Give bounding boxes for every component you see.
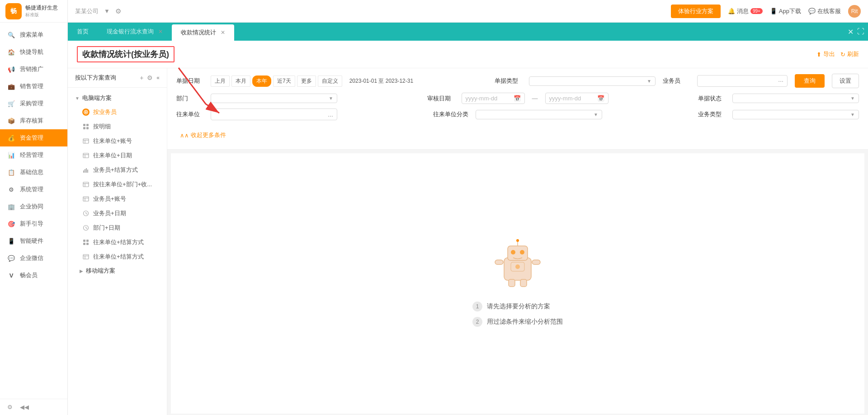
scheme-item-by-salesperson[interactable]: 按业务员: [68, 105, 167, 119]
partner-category-select[interactable]: ▼: [476, 110, 602, 119]
tab-bank-close[interactable]: ✕: [158, 28, 163, 35]
tab-bank[interactable]: 现金银行流水查询 ✕: [98, 23, 172, 41]
business-type-label: 业务类型: [698, 110, 725, 118]
svg-rect-30: [83, 243, 85, 245]
sidebar-item-guide[interactable]: 🎯 新手引导: [0, 215, 67, 232]
partner-select[interactable]: ...: [211, 108, 337, 120]
empty-step-1: 1 请先选择要分析的方案: [472, 302, 563, 311]
sidebar: 畅 畅捷通好生意 标准版 🔍 搜索菜单 🏠 快捷导航 📢 营销推广 💼 销售管理…: [0, 0, 68, 415]
scheme-item-salesperson-date[interactable]: 业务员+日期: [68, 206, 167, 221]
settings-bottom-icon[interactable]: ⚙: [7, 404, 13, 410]
sidebar-item-purchase[interactable]: 🛒 采购管理: [0, 95, 67, 112]
sidebar-item-marketing[interactable]: 📢 营销推广: [0, 61, 67, 78]
notification-button[interactable]: 🔔 消息 99+: [728, 7, 763, 15]
settings-button[interactable]: 设置: [832, 74, 859, 88]
date-custom[interactable]: 自定义: [318, 75, 342, 87]
panel-settings-button[interactable]: ⚙: [147, 74, 153, 81]
online-service-button[interactable]: 💬 在线客服: [808, 7, 841, 15]
svg-rect-36: [508, 246, 528, 260]
partner-label: 往来单位: [176, 110, 203, 118]
tab-close-all-icon[interactable]: ✕: [848, 28, 854, 36]
dept-select[interactable]: ▼: [211, 94, 337, 103]
date-more[interactable]: 更多: [297, 75, 316, 87]
sidebar-item-wechat[interactable]: 💬 企业微信: [0, 250, 67, 267]
tab-receipt[interactable]: 收款情况统计 ✕: [172, 24, 234, 41]
doc-type-select[interactable]: ▼: [529, 76, 656, 86]
home-nav-icon: 🏠: [7, 48, 15, 56]
step-2-number: 2: [472, 317, 482, 327]
sidebar-item-finance[interactable]: 💰 资金管理: [0, 129, 67, 146]
sidebar-item-quicknav[interactable]: 🏠 快捷导航: [0, 43, 67, 61]
svg-line-27: [86, 228, 87, 229]
topbar-settings-icon[interactable]: ⚙: [115, 7, 121, 15]
svg-rect-3: [86, 124, 89, 126]
step-2-text: 用过滤条件来缩小分析范围: [487, 318, 563, 326]
left-panel: 按以下方案查询 + ⚙ « ▼ 电脑端方案 按业务员: [68, 68, 167, 415]
date-this-month[interactable]: 本月: [231, 75, 250, 87]
query-button[interactable]: 查询: [795, 74, 825, 88]
scheme-item-partner-settle1[interactable]: 往来单位+结算方式: [68, 235, 167, 250]
sidebar-item-hardware[interactable]: 📱 智能硬件: [0, 232, 67, 250]
panel-add-button[interactable]: +: [140, 74, 143, 81]
svg-rect-31: [86, 243, 89, 245]
system-nav-icon: ⚙: [7, 185, 15, 193]
tab-receipt-close[interactable]: ✕: [221, 29, 225, 36]
salesperson-date-icon: [82, 210, 90, 217]
scheme-item-partner-account[interactable]: 往来单位+账号: [68, 134, 167, 148]
step-1-text: 请先选择要分析的方案: [487, 302, 550, 311]
scheme-item-by-detail[interactable]: 按明细: [68, 119, 167, 134]
salesperson-label: 业务员: [663, 77, 690, 85]
sidebar-item-sales[interactable]: 💼 销售管理: [0, 78, 67, 95]
doc-status-select[interactable]: ▼: [732, 94, 859, 103]
trial-button[interactable]: 体验行业方案: [671, 5, 721, 18]
panel-collapse-button[interactable]: «: [156, 75, 160, 81]
tab-maximize-icon[interactable]: ⛶: [857, 28, 864, 36]
date-last-month[interactable]: 上月: [211, 75, 230, 87]
scheme-item-dept-date[interactable]: 部门+日期: [68, 221, 167, 235]
svg-point-38: [520, 250, 524, 255]
notification-icon: 🔔: [728, 8, 735, 14]
tabbar: 首页 现金银行流水查询 ✕ 收款情况统计 ✕ ✕ ⛶: [68, 23, 868, 41]
scheme-item-partner-dept-collect[interactable]: 按往来单位+部门+收...: [68, 177, 167, 192]
collapse-icon: ∧∧: [180, 132, 189, 139]
date-this-year[interactable]: 本年: [252, 75, 271, 87]
business-type-select[interactable]: ▼: [732, 110, 859, 119]
guide-nav-icon: 🎯: [7, 220, 15, 228]
review-date-start[interactable]: yyyy-mm-dd 📅: [462, 93, 525, 104]
collapse-bottom-icon[interactable]: ◀◀: [20, 404, 29, 410]
sidebar-item-basic[interactable]: 📋 基础信息: [0, 164, 67, 181]
user-avatar[interactable]: Rit: [848, 5, 861, 18]
sidebar-item-member[interactable]: V 畅会员: [0, 267, 67, 284]
collapse-button[interactable]: ∧∧ 收起更多条件: [176, 127, 859, 143]
scheme-item-partner-date[interactable]: 往来单位+日期: [68, 148, 167, 163]
svg-point-40: [516, 239, 519, 242]
sidebar-item-operations[interactable]: 📊 经营管理: [0, 146, 67, 164]
mobile-group-header[interactable]: ▶ 移动端方案: [68, 264, 167, 278]
app-download-icon: 📱: [770, 8, 777, 14]
export-button[interactable]: ⬆ 导出: [816, 50, 835, 58]
scheme-item-partner-settle2[interactable]: 往来单位+结算方式: [68, 250, 167, 264]
refresh-button[interactable]: ↻ 刷新: [840, 50, 859, 58]
filter-area: 单据日期 上月 本月 本年 近7天 更多 自定义 2023-01-01 至 20…: [167, 68, 868, 150]
date-last-7days[interactable]: 近7天: [273, 75, 295, 87]
desktop-group-header[interactable]: ▼ 电脑端方案: [68, 91, 167, 105]
svg-rect-14: [86, 168, 87, 173]
sidebar-item-inventory[interactable]: 📦 库存核算: [0, 112, 67, 129]
review-date-end[interactable]: yyyy-mm-dd 📅: [545, 93, 609, 104]
sidebar-item-search[interactable]: 🔍 搜索菜单: [0, 26, 67, 43]
scheme-item-salesperson-account[interactable]: 业务员+账号: [68, 192, 167, 206]
salesperson-select[interactable]: ···: [697, 75, 788, 87]
filter-row-1: 单据日期 上月 本月 本年 近7天 更多 自定义 2023-01-01 至 20…: [176, 74, 859, 88]
main-content: 收款情况统计(按业务员) ⬆ 导出 ↻ 刷新 按以下方案查询 + ⚙ «: [68, 41, 868, 415]
sidebar-item-enterprise[interactable]: 🏢 企业协同: [0, 198, 67, 215]
partner-settle1-icon: [82, 239, 90, 246]
doc-status-label: 单据状态: [698, 94, 725, 103]
doc-type-label: 单据类型: [495, 77, 522, 85]
tab-home[interactable]: 首页: [68, 23, 98, 41]
logo-area: 畅 畅捷通好生意 标准版: [0, 0, 67, 23]
sidebar-item-system[interactable]: ⚙ 系统管理: [0, 181, 67, 198]
topbar-dropdown-icon[interactable]: ▼: [104, 8, 110, 14]
scheme-item-salesperson-settle[interactable]: 业务员+结算方式: [68, 163, 167, 177]
app-download-button[interactable]: 📱 App下载: [770, 7, 801, 15]
partner-date-icon: [82, 152, 90, 159]
